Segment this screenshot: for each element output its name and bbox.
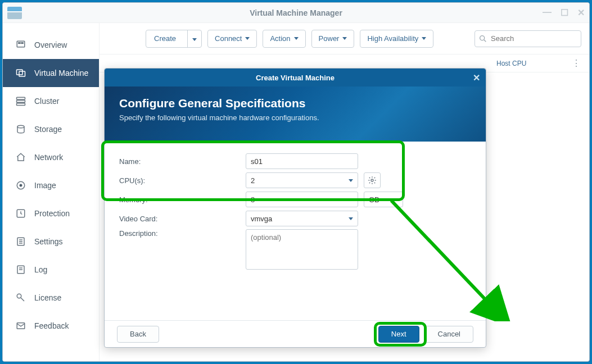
sidebar-item-log[interactable]: Log — [3, 256, 99, 284]
svg-point-23 — [371, 179, 373, 181]
sidebar-label: Image — [34, 181, 56, 190]
sidebar-label: Settings — [34, 237, 63, 246]
high-availability-button[interactable]: High Availability — [360, 30, 433, 48]
svg-rect-0 — [17, 41, 25, 47]
column-options-icon[interactable]: ⋮ — [572, 58, 581, 69]
toolbar: Create Connect Action Power High Availab… — [100, 23, 589, 54]
memory-label: Memory: — [119, 195, 246, 204]
svg-rect-6 — [17, 101, 25, 103]
cpu-settings-button[interactable] — [364, 172, 381, 188]
cpu-label: CPU(s): — [119, 176, 246, 185]
minimize-icon[interactable]: — — [543, 7, 552, 18]
sidebar-item-feedback[interactable]: Feedback — [3, 312, 99, 340]
maximize-icon[interactable]: ☐ — [561, 7, 568, 18]
video-card-label: Video Card: — [119, 215, 246, 223]
sidebar-item-virtual-machine[interactable]: Virtual Machine — [3, 59, 99, 87]
modal-title: Create Virtual Machine — [256, 74, 335, 82]
sidebar-item-image[interactable]: Image — [3, 171, 99, 199]
sidebar-item-network[interactable]: Network — [3, 143, 99, 171]
log-icon — [15, 264, 26, 275]
sidebar-label: Network — [34, 153, 63, 162]
network-icon — [15, 152, 26, 163]
app-icon — [7, 7, 22, 19]
sidebar-label: Storage — [34, 125, 62, 134]
svg-rect-2 — [21, 43, 24, 44]
connect-button[interactable]: Connect — [207, 30, 257, 48]
modal-heading: Configure General Specifications — [119, 97, 471, 110]
description-textarea[interactable] — [246, 229, 358, 270]
sidebar-item-license[interactable]: License — [3, 284, 99, 312]
protection-icon — [15, 208, 26, 219]
memory-select[interactable]: 8 — [246, 192, 358, 207]
search-icon — [478, 34, 487, 46]
svg-rect-5 — [17, 97, 25, 99]
create-button[interactable]: Create — [146, 30, 202, 48]
sidebar-item-storage[interactable]: Storage — [3, 115, 99, 143]
chevron-down-icon — [349, 179, 353, 182]
sidebar-item-protection[interactable]: Protection — [3, 199, 99, 228]
image-icon — [15, 180, 26, 191]
app-window: Virtual Machine Manager — ☐ ✕ Overview V… — [2, 2, 590, 362]
name-label: Name: — [119, 157, 246, 166]
cancel-button[interactable]: Cancel — [425, 326, 473, 343]
svg-point-21 — [480, 35, 485, 40]
column-host-cpu[interactable]: Host CPU — [493, 60, 572, 67]
titlebar: Virtual Machine Manager — ☐ ✕ — [3, 3, 589, 23]
modal-titlebar: Create Virtual Machine ✕ — [105, 69, 486, 87]
sidebar-item-settings[interactable]: Settings — [3, 228, 99, 256]
license-icon — [15, 292, 26, 303]
create-vm-modal: Create Virtual Machine ✕ Configure Gener… — [104, 68, 486, 348]
cluster-icon — [15, 95, 26, 107]
sidebar-label: Overview — [34, 40, 67, 49]
gear-icon — [368, 176, 377, 185]
search-wrap — [474, 30, 581, 47]
sidebar-item-cluster[interactable]: Cluster — [3, 87, 99, 115]
description-label: Description: — [119, 229, 246, 238]
svg-line-22 — [484, 40, 486, 42]
svg-rect-1 — [19, 43, 21, 44]
svg-point-8 — [17, 125, 24, 128]
memory-unit-select[interactable]: GB — [364, 192, 403, 207]
sidebar-label: Cluster — [34, 97, 59, 106]
modal-footer: Back Next Cancel — [105, 320, 486, 347]
svg-point-10 — [20, 184, 22, 187]
chevron-down-icon — [349, 198, 353, 201]
close-icon[interactable]: ✕ — [473, 72, 480, 83]
modal-subheading: Specify the following virtual machine ha… — [119, 113, 471, 122]
modal-banner: Configure General Specifications Specify… — [105, 87, 486, 142]
modal-form: Name: CPU(s): 2 — [105, 142, 486, 320]
sidebar: Overview Virtual Machine Cluster Storage… — [3, 23, 100, 361]
cpu-select[interactable]: 2 — [246, 172, 358, 188]
window-title: Virtual Machine Manager — [250, 8, 342, 17]
settings-icon — [15, 236, 26, 247]
sidebar-label: Protection — [34, 209, 70, 218]
next-button[interactable]: Next — [378, 326, 419, 343]
sidebar-label: Virtual Machine — [34, 69, 88, 78]
feedback-icon — [15, 320, 26, 331]
video-card-select[interactable]: vmvga — [246, 211, 358, 226]
action-button[interactable]: Action — [263, 30, 305, 48]
name-input[interactable] — [246, 153, 358, 169]
sidebar-label: License — [34, 293, 61, 302]
chevron-down-icon — [349, 217, 353, 220]
chevron-down-icon — [394, 198, 398, 201]
sidebar-label: Log — [34, 265, 47, 274]
vm-icon — [15, 67, 26, 79]
sidebar-item-overview[interactable]: Overview — [3, 31, 99, 59]
overview-icon — [15, 39, 26, 51]
svg-point-19 — [17, 294, 21, 298]
sidebar-label: Feedback — [34, 321, 69, 330]
storage-icon — [15, 124, 26, 135]
search-input[interactable] — [474, 30, 581, 47]
create-label: Create — [146, 30, 184, 48]
close-window-icon[interactable]: ✕ — [577, 7, 585, 18]
back-button[interactable]: Back — [117, 326, 159, 343]
create-caret-icon[interactable] — [187, 30, 201, 48]
power-button[interactable]: Power — [311, 30, 355, 48]
svg-rect-7 — [17, 103, 25, 106]
